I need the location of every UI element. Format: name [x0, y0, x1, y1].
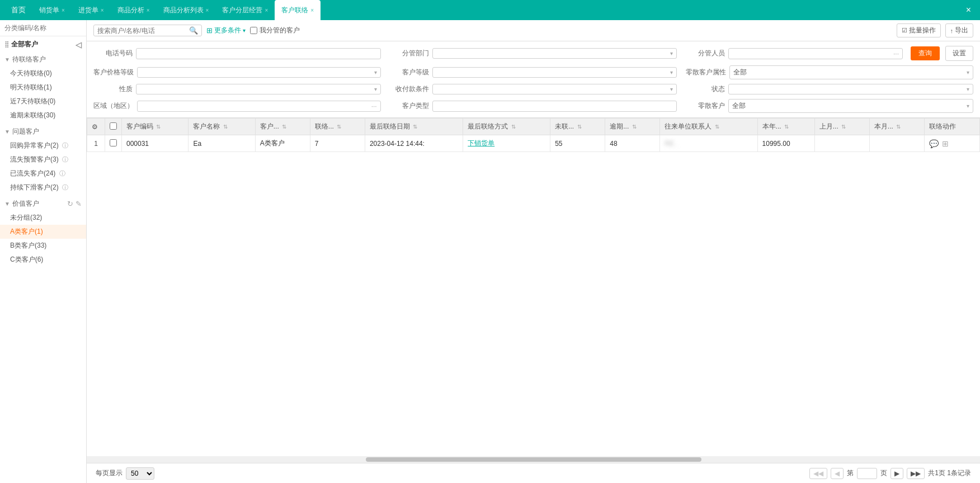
page-size-select[interactable]: 50 100 200 — [126, 467, 154, 480]
sort-icon-not-contact[interactable]: ⇅ — [577, 124, 582, 130]
sidebar-item-7days[interactable]: 近7天待联络(0) — [0, 94, 86, 108]
sidebar-item-tomorrow[interactable]: 明天待联络(1) — [0, 80, 86, 94]
more-icon2[interactable]: ··· — [371, 102, 377, 110]
sort-icon-unit[interactable]: ⇅ — [715, 124, 719, 130]
row-checkbox[interactable] — [110, 139, 117, 146]
filter-region-input[interactable] — [141, 102, 371, 110]
filter-payment-select[interactable]: ▾ — [432, 84, 677, 94]
sidebar-group-pending-title[interactable]: ▼ 待联络客户 — [0, 53, 86, 67]
nav-tab-customer-contact[interactable]: 客户联络 × — [275, 0, 321, 20]
first-page-button[interactable]: ◀◀ — [809, 468, 827, 479]
nav-tab-salesorder-close[interactable]: × — [62, 7, 65, 13]
sidebar-item-class-c[interactable]: C类客户(6) — [0, 253, 86, 267]
td-checkbox[interactable] — [105, 135, 122, 152]
sidebar-search-input[interactable] — [4, 24, 87, 32]
th-name[interactable]: 客户名称 ⇅ — [189, 119, 255, 135]
sort-icon-type[interactable]: ⇅ — [282, 124, 286, 130]
filter-retail-customer-select[interactable]: 全部 ▾ — [728, 99, 973, 113]
sidebar-item-churn-warning[interactable]: 流失预警客户(3) ⓘ — [0, 153, 86, 167]
sidebar-item-class-a[interactable]: A类客户(1) — [0, 225, 86, 239]
query-button[interactable]: 查询 — [911, 46, 940, 60]
settings-button[interactable]: 设置 — [945, 46, 973, 61]
prev-page-button[interactable]: ◀ — [831, 468, 844, 479]
sort-icon-overdue[interactable]: ⇅ — [632, 124, 637, 130]
sort-icon-lmonth[interactable]: ⇅ — [841, 124, 846, 130]
sort-icon-date[interactable]: ⇅ — [413, 124, 417, 130]
sidebar-item-repurchase-abnormal[interactable]: 回购异常客户(2) ⓘ — [0, 139, 86, 153]
sidebar-group-problem-title[interactable]: ▼ 问题客户 — [0, 125, 86, 139]
nav-tab-purchase[interactable]: 进货单 × — [72, 0, 111, 20]
nav-home[interactable]: 首页 — [4, 0, 32, 20]
th-this-month[interactable]: 本月... ⇅ — [869, 119, 924, 135]
filter-region-input-wrap: ··· — [137, 101, 381, 112]
filter-customer-type-input[interactable] — [436, 102, 673, 110]
sort-icon-name[interactable]: ⇅ — [223, 124, 228, 130]
th-not-contact[interactable]: 未联... ⇅ — [550, 119, 605, 135]
settings-icon[interactable]: ⚙ — [92, 123, 98, 131]
th-settings[interactable]: ⚙ — [87, 119, 105, 135]
sidebar-group-value-title[interactable]: ▼ 价值客户 ↻ ✎ — [0, 197, 86, 211]
batch-op-button[interactable]: ☑ 批量操作 — [897, 23, 941, 37]
filter-status-select[interactable]: ▾ — [728, 84, 973, 94]
qrcode-icon[interactable]: ⊞ — [942, 139, 949, 148]
filter-price-tier-select[interactable]: ▾ — [137, 67, 381, 78]
horizontal-scrollbar[interactable] — [87, 456, 980, 463]
th-last-month[interactable]: 上月... ⇅ — [814, 119, 869, 135]
th-last-method[interactable]: 最后联络方式 ⇅ — [463, 119, 550, 135]
nav-tab-analysis[interactable]: 商品分析 × — [111, 0, 157, 20]
sidebar-item-ungrouped[interactable]: 未分组(32) — [0, 211, 86, 225]
filter-search-input[interactable] — [97, 27, 187, 35]
sidebar-item-declining[interactable]: 持续下滑客户(2) ⓘ — [0, 181, 86, 195]
sidebar-item-churned[interactable]: 已流失客户(24) ⓘ — [0, 167, 86, 181]
sidebar-collapse-icon[interactable]: ◁ — [76, 40, 82, 49]
my-customers-checkbox[interactable] — [250, 27, 257, 34]
next-page-button[interactable]: ▶ — [891, 468, 903, 479]
nav-tab-purchase-close[interactable]: × — [101, 7, 104, 13]
nav-tab-customer-tier-close[interactable]: × — [265, 7, 268, 13]
filter-retail-attr-select[interactable]: 全部 ▾ — [729, 65, 973, 79]
export-button[interactable]: ↑ 导出 — [945, 23, 974, 37]
filter-more-btn[interactable]: ⊞ 更多条件 ▾ — [206, 26, 246, 35]
th-checkbox[interactable] — [105, 119, 122, 135]
th-customer-type[interactable]: 客户... ⇅ — [255, 119, 310, 135]
edit-icon[interactable]: ✎ — [76, 200, 82, 208]
filter-customer-tier-select[interactable]: ▾ — [432, 67, 677, 78]
sort-icon-method[interactable]: ⇅ — [511, 124, 516, 130]
sidebar-item-today[interactable]: 今天待联络(0) — [0, 67, 86, 80]
th-code[interactable]: 客户编码 ⇅ — [122, 119, 189, 135]
sidebar-all-customers-label[interactable]: 全部客户 — [11, 40, 38, 49]
sort-icon-contact[interactable]: ⇅ — [337, 124, 341, 130]
td-name[interactable]: Ea — [189, 135, 255, 152]
window-close-button[interactable]: × — [962, 5, 976, 15]
filter-phone-input[interactable] — [140, 50, 377, 58]
filter-nature-select[interactable]: ▾ — [136, 84, 381, 94]
last-page-button[interactable]: ▶▶ — [907, 468, 925, 479]
chat-icon[interactable]: 💬 — [929, 139, 939, 148]
nav-tab-salesorder[interactable]: 销货单 × — [32, 0, 72, 20]
sort-icon-year[interactable]: ⇅ — [784, 124, 789, 130]
filter-search-icon[interactable]: 🔍 — [189, 26, 198, 35]
filter-label-customer-type: 客户类型 — [390, 101, 429, 111]
nav-tab-customer-contact-close[interactable]: × — [310, 7, 314, 13]
nav-tab-customer-tier[interactable]: 客户分层经营 × — [215, 0, 275, 20]
nav-tab-analysis-list-close[interactable]: × — [206, 7, 209, 13]
select-all-checkbox[interactable] — [110, 122, 117, 130]
refresh-icon[interactable]: ↻ — [67, 200, 73, 208]
filter-dept-select[interactable]: ▾ — [432, 48, 677, 59]
th-last-date[interactable]: 最后联络日期 ⇅ — [365, 119, 463, 135]
th-unit-contact[interactable]: 往来单位联系人 ⇅ — [660, 119, 757, 135]
sidebar-item-class-b[interactable]: B类客户(33) — [0, 239, 86, 253]
td-last-method[interactable]: 下销货单 — [463, 135, 550, 152]
page-number-input[interactable]: 1 — [857, 468, 877, 479]
th-contact[interactable]: 联络... ⇅ — [310, 119, 365, 135]
sort-icon-tmonth[interactable]: ⇅ — [896, 124, 901, 130]
sidebar-item-overdue[interactable]: 逾期未联络(30) — [0, 108, 86, 122]
more-icon[interactable]: ··· — [893, 50, 899, 58]
scrollbar-thumb[interactable] — [366, 457, 701, 462]
th-overdue[interactable]: 逾期... ⇅ — [605, 119, 660, 135]
sort-icon-code[interactable]: ⇅ — [156, 124, 161, 130]
nav-tab-analysis-list[interactable]: 商品分析列表 × — [157, 0, 216, 20]
filter-manager-input[interactable] — [732, 50, 893, 58]
th-this-year[interactable]: 本年... ⇅ — [757, 119, 814, 135]
nav-tab-analysis-close[interactable]: × — [147, 7, 150, 13]
